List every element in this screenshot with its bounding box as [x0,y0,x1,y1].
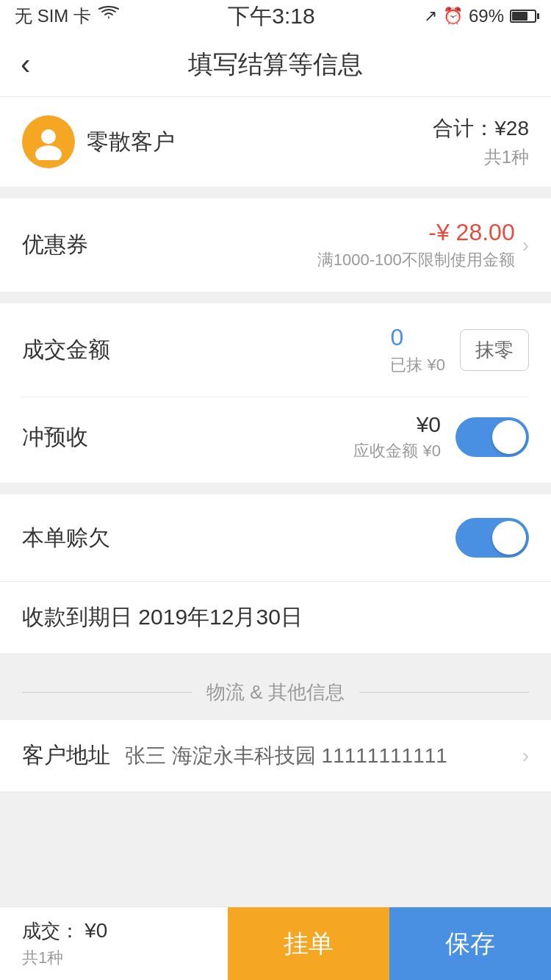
address-label: 客户地址 [22,741,110,771]
svg-point-0 [41,129,56,144]
debt-section: 本单赊欠 收款到期日 2019年12月30日 [0,494,551,653]
debt-toggle-knob [492,521,526,555]
due-date-label: 收款到期日 [22,605,132,629]
advance-value-block: ¥0 应收金额 ¥0 [353,412,441,462]
due-date-row: 收款到期日 2019年12月30日 [0,581,551,653]
advance-sub: 应收金额 ¥0 [353,440,441,462]
status-time: 下午3:18 [228,1,314,32]
amount-value-block: 0 已抹 ¥0 [390,324,445,376]
battery-icon [510,10,536,23]
status-left: 无 SIM 卡 [15,4,119,28]
coupon-value-block: -¥ 28.00 满1000-100不限制使用金额 [317,219,515,271]
round-zero-button[interactable]: 抹零 [460,329,529,371]
coupon-desc: 满1000-100不限制使用金额 [317,249,515,271]
advance-row: 冲预收 ¥0 应收金额 ¥0 [0,397,551,483]
deal-amount-value: 0 [390,324,445,351]
chevron-right-icon: › [522,234,529,257]
status-right: ↗ ⏰ 69% [424,6,536,26]
bottom-summary: 成交： ¥0 共1种 [0,918,228,969]
toggle-knob [492,420,526,454]
due-date-value: 2019年12月30日 [138,605,302,629]
bottom-count: 共1种 [22,947,206,969]
advance-right: ¥0 应收金额 ¥0 [353,412,529,462]
total-amount: 合计：¥28 [433,115,529,143]
sep-text: 物流 & 其他信息 [206,680,345,705]
advance-toggle[interactable] [455,417,529,457]
bottom-deal-value: ¥0 [84,919,107,942]
sep-line-left [22,692,192,693]
customer-right: 合计：¥28 共1种 [433,115,529,169]
coupon-label: 优惠券 [22,230,88,260]
avatar [22,115,75,168]
alarm-icon: ⏰ [443,7,463,26]
amount-section: 成交金额 0 已抹 ¥0 抹零 冲预收 ¥0 应收金额 ¥0 [0,303,551,483]
deal-amount-sub: 已抹 ¥0 [390,354,445,376]
customer-left: 零散客户 [22,115,175,168]
location-icon: ↗ [424,7,437,26]
customer-row: 零散客户 合计：¥28 共1种 [0,97,551,187]
coupon-amount: -¥ 28.00 [317,219,515,246]
deal-amount-row: 成交金额 0 已抹 ¥0 抹零 [0,303,551,397]
status-bar: 无 SIM 卡 下午3:18 ↗ ⏰ 69% [0,0,551,32]
total-count: 共1种 [433,145,529,169]
wifi-icon [98,6,119,26]
save-button[interactable]: 保存 [389,907,551,981]
user-icon [30,123,67,160]
no-sim-text: 无 SIM 卡 [15,4,91,28]
debt-toggle[interactable] [455,518,529,558]
advance-label: 冲预收 [22,422,88,453]
bottom-bar: 成交： ¥0 共1种 挂单 保存 [0,907,551,980]
coupon-section: 优惠券 -¥ 28.00 满1000-100不限制使用金额 › [0,198,551,292]
address-chevron-icon: › [522,744,529,768]
debt-label: 本单赊欠 [22,523,110,553]
address-row[interactable]: 客户地址 张三 海淀永丰科技园 11111111111 › [0,720,551,791]
address-value: 张三 海淀永丰科技园 11111111111 [125,742,508,770]
coupon-right: -¥ 28.00 满1000-100不限制使用金额 › [317,219,529,271]
svg-point-1 [35,145,62,160]
amount-right: 0 已抹 ¥0 抹零 [390,324,529,376]
customer-section: 零散客户 合计：¥28 共1种 [0,97,551,187]
address-section: 客户地址 张三 海淀永丰科技园 11111111111 › [0,720,551,791]
deal-amount-label: 成交金额 [22,335,110,365]
sep-line-right [359,692,529,693]
bottom-deal-text: 成交： [22,920,79,942]
bottom-deal-label: 成交： ¥0 [22,918,206,944]
page-title: 填写结算等信息 [188,48,363,82]
debt-row: 本单赊欠 [0,494,551,581]
nav-bar: ‹ 填写结算等信息 [0,32,551,97]
advance-value: ¥0 [353,412,441,437]
back-button[interactable]: ‹ [21,48,30,81]
battery-percentage: 69% [469,6,504,26]
logistics-separator: 物流 & 其他信息 [0,665,551,720]
hold-button[interactable]: 挂单 [228,907,389,981]
coupon-row[interactable]: 优惠券 -¥ 28.00 满1000-100不限制使用金额 › [0,198,551,292]
customer-name: 零散客户 [87,127,175,157]
